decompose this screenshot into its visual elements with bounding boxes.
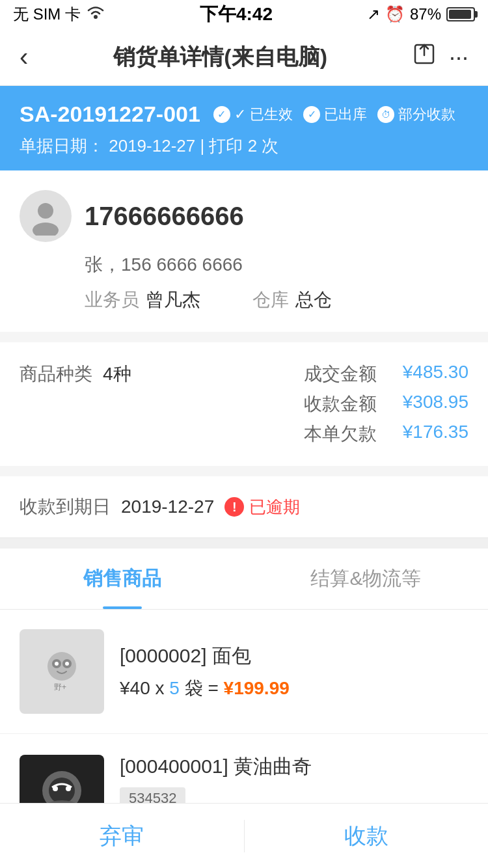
svg-point-15 (66, 786, 71, 791)
meta-sales-rep: 业务员 曾凡杰 (85, 288, 200, 312)
order-date: 单据日期： 2019-12-27 | 打印 2 次 (20, 135, 468, 157)
stats-right: 成交金额 ¥485.30 收款金额 ¥308.95 本单欠款 ¥176.35 (304, 362, 468, 446)
carrier-label: 无 SIM 卡 (13, 4, 81, 25)
svg-point-7 (55, 662, 59, 666)
stats-row: 商品种类 4种 成交金额 ¥485.30 收款金额 ¥308.95 本单欠款 ¥… (20, 362, 468, 446)
tab-settlement-logistics[interactable]: 结算&物流等 (244, 549, 488, 609)
customer-contact: 张，156 6666 6666 (20, 252, 468, 277)
svg-point-8 (65, 662, 69, 666)
svg-point-4 (47, 652, 76, 681)
stat-debt-amount: 本单欠款 ¥176.35 (304, 422, 468, 446)
svg-point-2 (38, 203, 53, 219)
payment-section: 收款到期日 2019-12-27 ! 已逾期 (0, 476, 488, 538)
customer-name: 17666666666 (85, 202, 244, 231)
nav-bar: ‹ 销货单详情(来自电脑) ··· (0, 29, 488, 86)
status-left: 无 SIM 卡 (13, 4, 105, 25)
product-image-0: 野+ (20, 629, 104, 714)
svg-point-3 (33, 223, 59, 236)
product-name-0: [0000002] 面包 (120, 643, 468, 670)
alarm-icon: ⏰ (385, 5, 405, 23)
svg-text:野+: 野+ (54, 683, 66, 692)
status-right: ↗ ⏰ 87% (367, 5, 475, 23)
customer-section: 17666666666 张，156 6666 6666 业务员 曾凡杰 仓库 总… (0, 170, 488, 332)
status-time: 下午4:42 (200, 2, 273, 27)
tab-sales-products[interactable]: 销售商品 (0, 549, 244, 609)
back-button[interactable]: ‹ (20, 42, 28, 72)
svg-point-12 (49, 778, 75, 804)
list-item: 野+ [0000002] 面包 ¥40 x 5 袋 = ¥199.99 (0, 610, 488, 734)
overdue-icon: ! (224, 497, 244, 517)
meta-warehouse: 仓库 总仓 (252, 288, 332, 312)
page-title: 销货单详情(来自电脑) (113, 42, 327, 72)
customer-top: 17666666666 (20, 190, 468, 242)
stat-collected-amount: 收款金额 ¥308.95 (304, 392, 468, 416)
product-price-0: ¥40 x 5 袋 = ¥199.99 (120, 676, 468, 701)
share-icon[interactable] (413, 42, 436, 72)
section-divider (0, 538, 488, 549)
bottom-bar: 弃审 收款 (0, 803, 488, 868)
svg-point-14 (53, 786, 58, 791)
check-icon-effective: ✓ (213, 106, 230, 123)
product-name-1: [000400001] 黄油曲奇 (120, 753, 468, 780)
cancel-button[interactable]: 弃审 (0, 808, 244, 864)
clock-icon: ⏱ (377, 106, 394, 123)
check-icon-shipped: ✓ (303, 106, 320, 123)
battery-percent: 87% (410, 5, 441, 23)
nav-left: ‹ (20, 42, 28, 72)
nav-right: ··· (413, 42, 468, 72)
badge-effective: ✓ ✓ 已生效 (213, 105, 293, 124)
product-info-0: [0000002] 面包 ¥40 x 5 袋 = ¥199.99 (120, 643, 468, 701)
svg-point-0 (94, 15, 98, 19)
stat-trading-amount: 成交金额 ¥485.30 (304, 362, 468, 387)
customer-meta: 业务员 曾凡杰 仓库 总仓 (20, 288, 468, 312)
stats-section: 商品种类 4种 成交金额 ¥485.30 收款金额 ¥308.95 本单欠款 ¥… (0, 342, 488, 466)
order-badges: ✓ ✓ 已生效 ✓ 已出库 ⏱ 部分收款 (213, 105, 455, 124)
battery-icon (446, 7, 475, 21)
wifi-icon (86, 5, 105, 23)
order-header: SA-20191227-001 ✓ ✓ 已生效 ✓ 已出库 ⏱ 部分收款 单据日… (0, 86, 488, 170)
badge-shipped: ✓ 已出库 (303, 105, 367, 124)
collect-button[interactable]: 收款 (245, 808, 489, 864)
stats-left: 商品种类 4种 (20, 362, 131, 387)
order-id: SA-20191227-001 (20, 102, 200, 127)
more-icon[interactable]: ··· (449, 44, 468, 71)
status-bar: 无 SIM 卡 下午4:42 ↗ ⏰ 87% (0, 0, 488, 29)
badge-partial: ⏱ 部分收款 (377, 105, 455, 124)
avatar (20, 190, 72, 242)
tabs-section: 销售商品 结算&物流等 (0, 549, 488, 610)
location-icon: ↗ (367, 5, 380, 23)
overdue-badge: ! 已逾期 (224, 496, 300, 519)
